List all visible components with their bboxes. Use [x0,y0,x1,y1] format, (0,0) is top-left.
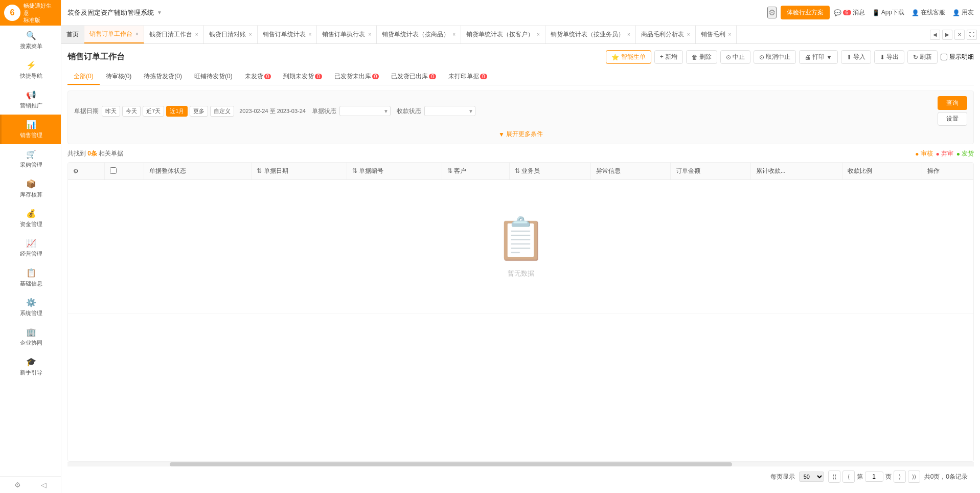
filter-tab-shipped_not_out[interactable]: 已发货未出库0 [328,69,385,85]
sidebar-item-inventory[interactable]: 📦 库存核算 [0,174,61,204]
message-action[interactable]: 💬 6 消息 [834,8,865,17]
tab-money_reconcile-close-btn[interactable]: × [249,32,252,37]
filter-tab-not_printed[interactable]: 未打印单据0 [442,69,493,85]
tab-money_daily[interactable]: 钱货日清工作台× [144,26,204,43]
industry-solution-btn[interactable]: 体验行业方案 [781,6,830,19]
stop-btn[interactable]: ⊙ 中止 [720,50,750,64]
tab-close-all-btn[interactable]: ✕ [954,30,965,40]
tab-sales_stats-label: 销售订单统计表 [263,30,306,39]
show-detail-label[interactable]: 显示明细 [941,53,974,61]
tab-product_margin-label: 商品毛利分析表 [641,30,684,39]
date-filter-label: 单据日期 [74,107,99,116]
col-header-check[interactable] [104,163,144,180]
filter-tab-shipped_out[interactable]: 已发货已出库0 [385,69,442,85]
sidebar-item-search[interactable]: 🔍 搜索菜单 [0,26,61,55]
tab-product_margin[interactable]: 商品毛利分析表× [636,26,696,43]
date-btn-自定义[interactable]: 自定义 [210,106,234,117]
status-select[interactable] [339,106,391,116]
print-dropdown-icon: ▼ [826,54,832,61]
show-detail-checkbox[interactable] [941,54,947,60]
delete-btn[interactable]: 🗑 删除 [686,50,717,64]
sidebar-item-quick_nav[interactable]: ⚡ 快捷导航 [0,55,61,85]
topbar-settings-btn[interactable]: ⚙ [767,7,777,18]
tab-home[interactable]: 首页 [61,26,84,43]
page-next-btn[interactable]: ⟩ [894,470,906,483]
sidebar-item-guide[interactable]: 🎓 新手引导 [0,352,61,382]
topbar-title: 装备及固定资产辅助管理系统 ▼ [67,8,763,17]
settings-icon[interactable]: ⚙ [73,168,79,175]
tab-sales_exec[interactable]: 销售订单执行表× [317,26,377,43]
filter-tab-all[interactable]: 全部(0) [67,69,100,85]
page-size-select[interactable]: 50 10 20 100 [799,472,824,482]
tab-sales_summary_staff-close-btn[interactable]: × [627,32,630,37]
tab-product_margin-close-btn[interactable]: × [687,32,690,37]
sidebar-item-enterprise[interactable]: 🏢 企业协同 [0,322,61,352]
sidebar-item-operations[interactable]: 📈 经营管理 [0,233,61,263]
sidebar-quick_nav-label: 快捷导航 [20,72,42,80]
tab-maximize-btn[interactable]: ⛶ [967,30,977,40]
sidebar-item-basic_info[interactable]: 📋 基础信息 [0,263,61,293]
tab-sales_summary_product[interactable]: 销货单统计表（按商品）× [377,26,461,43]
smart-generate-btn[interactable]: ⭐ 智能生单 [606,50,651,64]
sidebar-item-finance[interactable]: 💰 资金管理 [0,204,61,233]
system-dropdown-icon[interactable]: ▼ [157,10,162,15]
date-btn-近7天[interactable]: 近7天 [143,106,164,117]
sidebar-settings-btn[interactable]: ⚙ [14,481,21,489]
payment-select[interactable] [424,106,475,116]
refresh-btn[interactable]: ↻ 刷新 [907,50,938,64]
tab-prev-btn[interactable]: ◀ [930,30,940,40]
review-btn[interactable]: ● 审核 [915,149,932,158]
tab-sales_workbench[interactable]: 销售订单工作台× [84,26,144,43]
user-action[interactable]: 👤 用友 [952,8,974,17]
tab-sales_summary_customer-close-btn[interactable]: × [537,32,540,37]
tab-sales_profit[interactable]: 销售毛利× [696,26,737,43]
online-service-action[interactable]: 👤 在线客服 [911,8,945,17]
tab-sales_exec-label: 销售订单执行表 [322,30,365,39]
page-first-btn[interactable]: ⟨⟨ [828,470,840,483]
sidebar-item-marketing[interactable]: 📢 营销推广 [0,85,61,115]
import-btn[interactable]: ⬆ 导入 [841,50,871,64]
tab-sales_exec-close-btn[interactable]: × [368,32,371,37]
page-number-input[interactable] [865,472,883,482]
date-btn-更多[interactable]: 更多 [190,106,208,117]
tab-sales_summary_customer[interactable]: 销货单统计表（按客户）× [461,26,545,43]
scrollbar-thumb[interactable] [170,462,732,466]
app-download-action[interactable]: 📱 App下载 [872,8,904,17]
date-btn-近1月[interactable]: 近1月 [166,106,188,117]
add-btn[interactable]: + 新增 [654,50,683,64]
tab-sales_stats[interactable]: 销售订单统计表× [258,26,317,43]
tab-money_reconcile[interactable]: 钱货日清对账× [204,26,258,43]
date-btn-昨天[interactable]: 昨天 [102,106,120,117]
cancel-stop-btn[interactable]: ⊙ 取消中止 [754,50,796,64]
tab-sales_profit-close-btn[interactable]: × [728,32,732,37]
tab-sales_summary_staff[interactable]: 销货单统计表（按业务员）× [545,26,636,43]
sidebar-item-system[interactable]: ⚙️ 系统管理 [0,293,61,322]
filter-tab-expired_not_shipped[interactable]: 到期未发货0 [277,69,328,85]
date-btn-今天[interactable]: 今天 [122,106,141,117]
sidebar-item-purchase[interactable]: 🛒 采购管理 [0,144,61,174]
cancel-review-btn[interactable]: ● 弃审 [936,149,953,158]
col-header-settings[interactable]: ⚙ [68,163,104,180]
sidebar-collapse-btn[interactable]: ◁ [41,481,47,489]
print-btn[interactable]: 🖨 打印 ▼ [799,50,838,64]
sidebar-sales-icon: 📊 [26,120,36,129]
tab-sales_stats-close-btn[interactable]: × [309,32,312,37]
tab-sales_workbench-close-btn[interactable]: × [135,31,139,37]
export-btn[interactable]: ⬇ 导出 [874,50,904,64]
filter-tab-pending_inspect[interactable]: 待拣货发货(0) [138,69,188,85]
filter-tab-pending_review[interactable]: 待审核(0) [100,69,138,85]
expand-btn[interactable]: ▼ 展开更多条件 [498,130,543,139]
select-all-checkbox[interactable] [110,167,117,174]
tab-money_daily-close-btn[interactable]: × [195,32,198,37]
query-btn[interactable]: 查询 [938,96,967,110]
page-prev-btn[interactable]: ⟨ [842,470,855,483]
ship-btn[interactable]: ● 发货 [956,149,974,158]
filter-tab-wangpu_pending[interactable]: 旺铺待发货(0) [188,69,239,85]
horizontal-scrollbar[interactable] [67,462,974,466]
tab-sales_summary_product-close-btn[interactable]: × [452,32,455,37]
page-last-btn[interactable]: ⟩⟩ [908,470,920,483]
set-btn[interactable]: 设置 [938,112,967,126]
tab-next-btn[interactable]: ▶ [942,30,952,40]
filter-tab-not_shipped[interactable]: 未发货0 [239,69,278,85]
sidebar-item-sales[interactable]: 📊 销售管理 [0,115,61,144]
